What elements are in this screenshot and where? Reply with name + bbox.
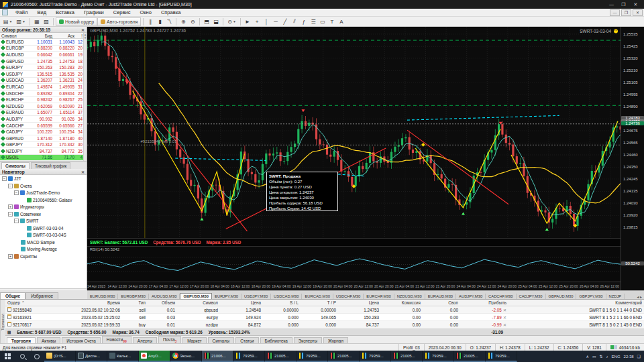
tray-expand-icon[interactable]: ∧ [586, 354, 588, 359]
taskbar-app-mt[interactable]: 21006... [202, 351, 233, 362]
nav-item-счета[interactable]: −Счета [0, 182, 87, 190]
terminal-column-type[interactable]: Тип [122, 300, 148, 305]
nav-item-swrt-03-03-04s[interactable]: SWRT-03-03-04S [0, 231, 87, 239]
menu-item-вид[interactable]: Вид [32, 9, 51, 17]
symbol-row-eurusd[interactable]: EURUSD1.100311.1004312 [0, 39, 87, 46]
symbol-row-eurchf[interactable]: EURCHF0.982420.9826725 [0, 97, 87, 103]
symbol-row-euraud[interactable]: EURAUD1.650771.6511437 [0, 110, 87, 117]
taskbar-app-chrome[interactable]: Эконо... [170, 351, 202, 362]
symbol-row-nzdusd[interactable]: NZDUSD0.620690.6209021 [0, 103, 87, 110]
chart-tab-usdcad-m30[interactable]: USDCAD,M30 [271, 294, 302, 299]
symbol-row-nzdjpy[interactable]: NZDJPY84.73784.77235 [0, 148, 87, 155]
language-indicator[interactable]: ENG [612, 355, 621, 359]
label-button[interactable]: T [327, 17, 337, 26]
taskbar-app-anydesk[interactable]: AnyD... [139, 351, 170, 362]
menu-item-файл[interactable]: Файл [11, 9, 32, 17]
market-watch-toggle[interactable]: ▦ [32, 17, 42, 26]
column-symbol[interactable]: Символ [0, 34, 32, 38]
fibonacci-button[interactable]: ƒ [299, 17, 309, 26]
menu-item-окно[interactable]: Окно [135, 9, 156, 17]
chart-tab-usdjpy-m30[interactable]: USDJPY,M30 [241, 294, 271, 299]
shapes-button[interactable]: ☰ [309, 17, 318, 26]
terminal-column-price2[interactable]: Цена [338, 300, 381, 305]
terminal-column-price[interactable]: Цена [220, 300, 263, 305]
symbol-row-cadchf[interactable]: CADCHF0.655390.6556627 [0, 123, 87, 129]
collapse-minus-icon[interactable]: − [14, 219, 19, 223]
text-button[interactable]: ▭ [318, 17, 327, 26]
chart-tab-eurgbp-m30[interactable]: EURGBP,M30 [118, 294, 149, 299]
expand-plus-icon[interactable]: + [8, 204, 13, 209]
close-order-icon[interactable]: ✕ [503, 308, 506, 312]
search-icon[interactable] [15, 351, 30, 362]
taskbar-app-taskmgr[interactable]: Диспе... [76, 351, 107, 362]
taskbar-app-mt[interactable]: 21005... [265, 351, 297, 362]
nav-item-j2t[interactable]: −J2T [0, 175, 87, 182]
chart-tab-gbpjpy-m30[interactable]: GBPJPY,M30 [576, 294, 606, 299]
navigator-close-icon[interactable]: ✕ [81, 170, 85, 174]
market-watch-scrollbar[interactable]: ▲▼ [83, 33, 87, 161]
chart-tab-eurchf-m30[interactable]: EURCHF,M30 [364, 294, 394, 299]
chart-tab-audjpy-m30[interactable]: AUDJPY,M30 [456, 294, 486, 299]
taskbar-app-mt[interactable]: 21005... [391, 351, 423, 362]
chart-tab-gbpaud-m30[interactable]: GBPAUD,M30 [546, 294, 577, 299]
bar-chart-button[interactable]: ∥ [146, 17, 155, 26]
terminal-column-sl[interactable]: S / L [263, 300, 301, 305]
menu-item-графики[interactable]: Графики [79, 9, 109, 17]
close-order-icon[interactable]: ✕ [503, 322, 506, 327]
chart-tab-cadchf-m30[interactable]: CADCHF,M30 [486, 294, 516, 299]
taskbar-app-mt2[interactable]: 79359... [360, 351, 391, 362]
taskbar-app-mt[interactable]: 21005... [328, 351, 360, 362]
time-axis[interactable]: 14 Apr 202314 Apr 12:0014 Apr 20:0017 Ap… [87, 282, 621, 290]
terminal-column-header[interactable]: Ордер ⌃ВремяТипОбъемСимволЦенаS / LT / P… [5, 300, 644, 306]
collapse-minus-icon[interactable]: − [8, 212, 13, 217]
symbol-row-usdchf[interactable]: USDCHF0.892820.8930422 [0, 90, 87, 97]
chart-tab-nzdjp[interactable]: NZDJP [606, 294, 625, 299]
taskbar-app-mt2[interactable]: 79359... [297, 351, 328, 362]
chart-tab-usdchf-m30[interactable]: USDCHF,M30 [333, 294, 364, 299]
terminal-order-row[interactable]: 921708172023.05.02 19:59:33buy0.01nzdjpy… [5, 321, 644, 328]
taskbar-app-mt2[interactable]: 79359... [233, 351, 265, 362]
mdi-restore-icon[interactable]: ❐ [621, 9, 631, 16]
taskbar-app-mt2[interactable]: 79359... [423, 351, 454, 362]
pen-icon[interactable]: ▭ [592, 354, 596, 359]
nav-item-скрипты[interactable]: +Скрипты [0, 253, 87, 260]
expand-plus-icon[interactable]: + [8, 254, 13, 259]
terminal-column-commission[interactable]: Комиссия [381, 300, 423, 305]
arrows-button[interactable]: A [337, 17, 346, 26]
taskbar-app-mt[interactable]: 21005... [454, 351, 486, 362]
taskbar-app-calc[interactable]: Кальк... [107, 351, 139, 362]
task-view-icon[interactable] [30, 351, 44, 362]
left-tab-favorites[interactable]: Избранное [25, 292, 58, 299]
balance-expand-icon[interactable]: ⊞ [7, 330, 11, 335]
symbol-row-eurcad[interactable]: EURCAD1.498741.4990531 [0, 84, 87, 90]
symbol-row-gbpusd[interactable]: GBPUSD1.247351.2475318 [0, 58, 87, 65]
chart-tab-eurusd-m30[interactable]: EURUSD,M30 [87, 294, 118, 299]
terminal-column-order[interactable]: Ордер ⌃ [5, 300, 47, 305]
market-watch-close-icon[interactable]: ✕ [81, 27, 85, 32]
notification-center-icon[interactable]: ❏ [637, 354, 641, 359]
terminal-column-time[interactable]: Время [47, 300, 122, 305]
new-order-button[interactable]: Новый ордер [56, 17, 97, 26]
chart-tab-eurcad-m30[interactable]: EURCAD,M30 [302, 294, 333, 299]
clock-label[interactable]: 22:38 [624, 355, 634, 359]
period-clock-button[interactable]: ⊙▼ [225, 17, 238, 26]
taskbar-app-mt2[interactable]: 79359... [486, 351, 517, 362]
nav-item-советники[interactable]: −Советники [0, 210, 87, 218]
close-button[interactable]: ✕ [630, 1, 641, 8]
horizontal-line-button[interactable]: ─ [271, 17, 280, 26]
menu-item-сервис[interactable]: Сервис [109, 9, 136, 17]
candlestick-button[interactable]: ▮ [155, 17, 164, 26]
close-order-icon[interactable]: ✕ [503, 315, 506, 320]
chart-tab-nzdusd-m30[interactable]: NZDUSD,M30 [394, 294, 425, 299]
market-watch-tab-ticks[interactable]: Тиковый график [31, 162, 70, 169]
collapse-minus-icon[interactable]: − [8, 184, 13, 188]
data-window-toggle[interactable]: ▨ [42, 17, 51, 26]
zoom-out-button[interactable]: ⊖ [188, 17, 197, 26]
nav-item-2100640560-galaev[interactable]: 2100640560: Galaev [0, 196, 87, 204]
minimize-button[interactable]: — [606, 1, 617, 8]
terminal-order-row[interactable]: 921558482023.05.02 10:32:06sell0.01gbpus… [5, 306, 644, 314]
column-ask[interactable]: Аск [54, 34, 76, 38]
mdi-close-icon[interactable]: ✕ [633, 9, 643, 16]
symbol-row-cadjpy[interactable]: CADJPY100.220100.25434 [0, 129, 87, 135]
network-icon[interactable]: ⇅ [600, 354, 603, 359]
